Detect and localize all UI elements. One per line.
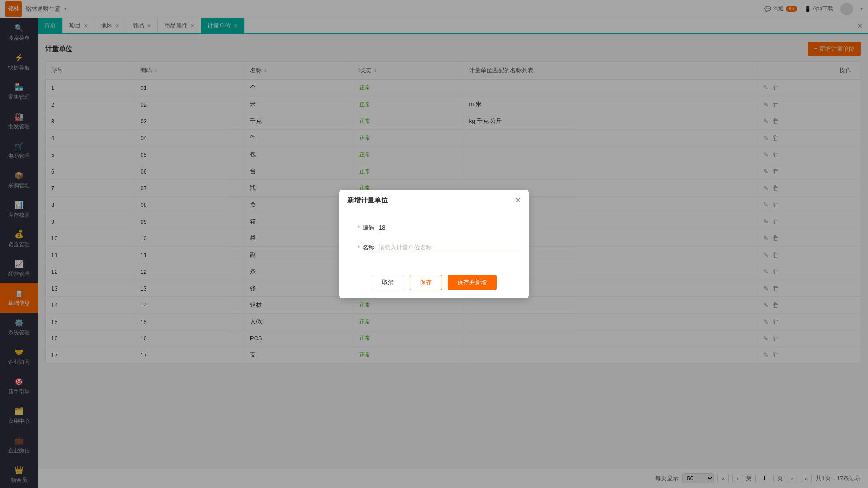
code-label: * 编码 [347, 224, 374, 232]
name-input[interactable] [379, 242, 521, 253]
save-button[interactable]: 保存 [410, 275, 442, 290]
required-star-name: * [358, 244, 360, 251]
modal-header: 新增计量单位 ✕ [339, 190, 529, 211]
modal-body: * 编码 * 名称 [339, 211, 529, 269]
add-unit-modal: 新增计量单位 ✕ * 编码 * 名称 取消 保存 保存并新增 [339, 190, 529, 298]
save-new-button[interactable]: 保存并新增 [448, 275, 497, 290]
modal-close-button[interactable]: ✕ [515, 196, 521, 205]
form-row-code: * 编码 [347, 222, 521, 233]
required-star-code: * [358, 224, 360, 231]
cancel-button[interactable]: 取消 [372, 275, 404, 290]
name-label: * 名称 [347, 244, 374, 252]
modal-title: 新增计量单位 [347, 196, 388, 205]
form-row-name: * 名称 [347, 242, 521, 253]
modal-overlay[interactable]: 新增计量单位 ✕ * 编码 * 名称 取消 保存 保存并新增 [0, 0, 868, 488]
modal-footer: 取消 保存 保存并新增 [339, 269, 529, 298]
code-input[interactable] [379, 222, 521, 233]
